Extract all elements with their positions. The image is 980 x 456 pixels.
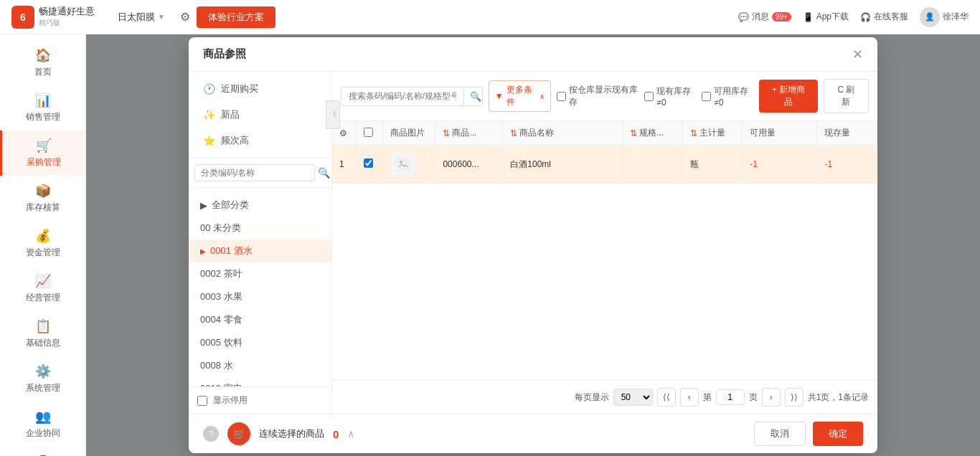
app-download-label: App下载 xyxy=(816,11,849,23)
sidebar-item-basic-info[interactable]: 📋 基础信息 xyxy=(0,311,85,356)
app-download-item[interactable]: 📱 App下载 xyxy=(803,11,849,23)
sidebar-item-enterprise[interactable]: 👥 企业协同 xyxy=(0,402,85,447)
sidebar-item-operations-label: 经营管理 xyxy=(26,292,60,304)
inventory-icon: 📦 xyxy=(35,183,51,199)
th-available[interactable]: 可用量 xyxy=(743,121,817,146)
product-search-input[interactable] xyxy=(341,87,463,105)
cat-fruit[interactable]: 0003 水果 xyxy=(189,285,331,308)
th-checkbox xyxy=(356,121,383,146)
cell-spec xyxy=(623,146,682,184)
notifications-item[interactable]: 💬 消息 99+ xyxy=(738,11,791,23)
page-prev-button[interactable]: ‹ xyxy=(680,388,699,407)
trial-button[interactable]: 体验行业方案 xyxy=(197,6,275,28)
topbar-right: 💬 消息 99+ 📱 App下载 🎧 在线客服 👤 徐泽华 xyxy=(738,7,969,27)
quick-btn-recent[interactable]: 🕐 近期购买 xyxy=(194,77,326,100)
cat-liquor[interactable]: ▶ 0001 酒水 xyxy=(189,239,331,262)
show-disabled-label: 显示停用 xyxy=(213,394,248,407)
category-search-input[interactable] xyxy=(194,164,315,181)
page-number-input[interactable] xyxy=(716,389,745,405)
left-panel: 🕐 近期购买 ✨ 新品 ⭐ 频次高 《 xyxy=(189,72,332,414)
quick-btn-new[interactable]: ✨ 新品 xyxy=(194,103,326,126)
category-search-row: 🔍 xyxy=(189,158,331,188)
warehouse-checkbox[interactable] xyxy=(557,92,566,101)
sidebar-item-enterprise-label: 企业协同 xyxy=(26,427,60,440)
logo-sub: 精巧版 xyxy=(39,18,95,28)
warehouse-checkbox-row[interactable]: 按仓库显示现有库存 xyxy=(557,84,639,108)
stock-checkbox-row[interactable]: 现有库存≠0 xyxy=(644,85,696,108)
show-disabled-checkbox[interactable] xyxy=(197,396,207,406)
cancel-button[interactable]: 取消 xyxy=(754,422,806,446)
purchase-icon: 🛒 xyxy=(36,138,52,153)
cat-snack[interactable]: 0004 零食 xyxy=(189,308,331,331)
cat-tea[interactable]: 0002 茶叶 xyxy=(189,262,331,285)
cat-water[interactable]: 0008 水 xyxy=(189,354,331,377)
th-code[interactable]: ⇅ 商品... xyxy=(435,121,503,146)
nav-dropdown[interactable]: 日太阳膜 ▼ xyxy=(109,11,174,24)
th-stock[interactable]: 现存量 xyxy=(817,121,877,146)
cat-tea-label: 0002 茶叶 xyxy=(200,267,242,280)
avatar: 👤 xyxy=(920,7,940,27)
cell-code: 000600... xyxy=(435,146,503,184)
sidebar-item-home[interactable]: 🏠 首页 xyxy=(0,40,85,85)
filter-button[interactable]: ▼ 更多条件 ∧ xyxy=(489,80,551,112)
collapse-button[interactable]: 《 xyxy=(326,100,340,129)
close-icon[interactable]: ✕ xyxy=(852,48,863,61)
th-spec[interactable]: ⇅ 规格... xyxy=(623,121,682,146)
usable-checkbox-row[interactable]: 可用库存≠0 xyxy=(702,85,753,108)
product-search-button[interactable]: 🔍 xyxy=(463,87,483,105)
usable-checkbox[interactable] xyxy=(702,92,711,101)
user-item[interactable]: 👤 徐泽华 xyxy=(920,7,969,27)
usable-checkbox-label: 可用库存≠0 xyxy=(714,85,753,108)
sidebar-item-basic-info-label: 基础信息 xyxy=(26,337,60,349)
table-row[interactable]: 1 xyxy=(332,146,877,184)
quick-btn-new-label: 新品 xyxy=(221,108,240,121)
quick-buttons: 🕐 近期购买 ✨ 新品 ⭐ 频次高 《 xyxy=(189,72,331,158)
cat-liquor-tri: ▶ xyxy=(200,247,206,255)
cat-all[interactable]: ▶ 全部分类 xyxy=(189,194,331,217)
finance-icon: 💰 xyxy=(35,228,51,244)
add-product-button[interactable]: + 新增商品 xyxy=(759,80,818,113)
sidebar-item-operations[interactable]: 📈 经营管理 xyxy=(0,266,85,311)
online-service-item[interactable]: 🎧 在线客服 xyxy=(860,11,908,23)
select-all-checkbox[interactable] xyxy=(364,128,373,137)
continuous-select-label: 连续选择的商品 xyxy=(259,427,324,440)
chevron-up-icon[interactable]: ∧ xyxy=(347,428,354,440)
sidebar-item-guide[interactable]: 🎯 新手引导 xyxy=(0,447,85,456)
row-checkbox[interactable] xyxy=(364,158,373,168)
sort-icon-unit: ⇅ xyxy=(690,128,697,138)
refresh-button[interactable]: C 刷新 xyxy=(824,79,869,113)
settings-icon[interactable]: ⚙ xyxy=(174,6,197,29)
confirm-button[interactable]: 确定 xyxy=(813,422,863,446)
filter-icon: ▼ xyxy=(495,91,504,101)
per-page-select[interactable]: 50 100 200 xyxy=(613,389,653,406)
sort-icon-spec: ⇅ xyxy=(630,128,637,138)
quick-btn-frequent[interactable]: ⭐ 频次高 xyxy=(194,129,326,152)
page-last-button[interactable]: ⟩⟩ xyxy=(785,388,804,407)
sidebar-item-inventory[interactable]: 📦 库存核算 xyxy=(0,176,85,221)
help-icon[interactable]: ? xyxy=(203,426,219,442)
quick-btn-frequent-label: 频次高 xyxy=(221,134,249,147)
cat-liquor-label: 0001 酒水 xyxy=(210,244,253,257)
frequent-icon: ⭐ xyxy=(203,135,215,146)
sidebar-item-sales[interactable]: 📊 销售管理 xyxy=(0,85,85,130)
sort-icon-code: ⇅ xyxy=(443,128,450,138)
category-search-icon[interactable]: 🔍 xyxy=(318,167,330,179)
cart-icon-button[interactable]: 🛒 xyxy=(227,422,250,445)
stock-checkbox[interactable] xyxy=(644,92,654,101)
th-unit[interactable]: ⇅ 主计量 xyxy=(682,121,742,146)
modal-body: 🕐 近期购买 ✨ 新品 ⭐ 频次高 《 xyxy=(189,72,877,414)
sort-icon-name: ⇅ xyxy=(510,128,517,138)
cat-uncategorized[interactable]: 00 未分类 xyxy=(189,217,331,239)
sidebar-item-purchase[interactable]: 🛒 采购管理 xyxy=(0,130,85,176)
th-name[interactable]: ⇅ 商品名称 xyxy=(503,121,623,146)
cat-beverage[interactable]: 0005 饮料 xyxy=(189,331,331,354)
cell-stock: -1 xyxy=(817,146,877,184)
footer-buttons: 取消 确定 xyxy=(754,422,863,446)
sidebar-item-system[interactable]: ⚙️ 系统管理 xyxy=(0,356,85,402)
page-first-button[interactable]: ⟨⟨ xyxy=(657,388,676,407)
cat-appliance[interactable]: 0010 家电 xyxy=(189,377,331,386)
page-next-button[interactable]: › xyxy=(762,388,781,407)
quick-btn-recent-label: 近期购买 xyxy=(221,82,258,95)
sidebar-item-finance[interactable]: 💰 资金管理 xyxy=(0,221,85,266)
page-word: 第 xyxy=(703,391,712,404)
